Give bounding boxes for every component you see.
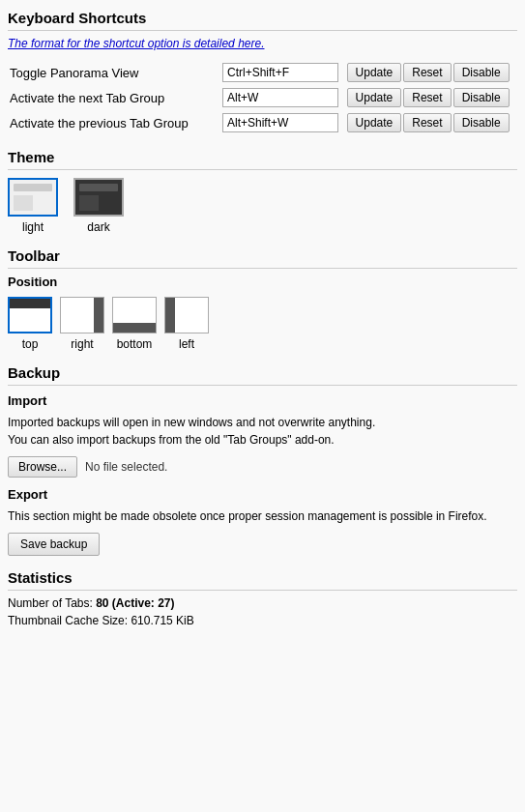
shortcut-input-next-tab[interactable] bbox=[222, 88, 338, 107]
browse-button[interactable]: Browse... bbox=[8, 456, 77, 478]
shortcut-row-panorama: Toggle Panorama View Update Reset Disabl… bbox=[8, 60, 517, 85]
disable-button-next-tab[interactable]: Disable bbox=[453, 88, 510, 107]
reset-button-next-tab[interactable]: Reset bbox=[403, 88, 451, 107]
keyboard-shortcuts-section: Keyboard Shortcuts The format for the sh… bbox=[8, 10, 517, 135]
position-name-right: right bbox=[71, 337, 93, 351]
toolbar-title: Toolbar bbox=[8, 247, 517, 269]
disable-button-panorama[interactable]: Disable bbox=[453, 63, 510, 82]
shortcut-buttons-panorama: Update Reset Disable bbox=[347, 63, 515, 82]
shortcut-input-panorama[interactable] bbox=[222, 63, 338, 82]
shortcut-note-link[interactable]: The format for the shortcut option is de… bbox=[8, 37, 517, 50]
theme-section: Theme light dark bbox=[8, 149, 517, 234]
stats-tabs-label: Number of Tabs: bbox=[8, 596, 93, 610]
save-backup-button[interactable]: Save backup bbox=[8, 533, 100, 556]
update-button-panorama[interactable]: Update bbox=[347, 63, 402, 82]
theme-label-light: light bbox=[22, 220, 44, 234]
position-preview-right[interactable] bbox=[60, 297, 104, 334]
position-option-bottom[interactable]: bottom bbox=[112, 297, 157, 351]
shortcut-buttons-next-tab: Update Reset Disable bbox=[347, 88, 515, 107]
position-preview-left[interactable] bbox=[164, 297, 209, 334]
position-name-bottom: bottom bbox=[117, 337, 153, 351]
position-preview-top[interactable] bbox=[8, 297, 52, 334]
position-option-right[interactable]: right bbox=[60, 297, 104, 351]
browse-row: Browse... No file selected. bbox=[8, 456, 517, 478]
shortcut-label-panorama: Toggle Panorama View bbox=[8, 60, 220, 85]
disable-button-prev-tab[interactable]: Disable bbox=[453, 113, 510, 132]
shortcut-buttons-prev-tab: Update Reset Disable bbox=[347, 113, 515, 132]
stats-cache-label: Thumbnail Cache Size: bbox=[8, 614, 128, 627]
shortcuts-table: Toggle Panorama View Update Reset Disabl… bbox=[8, 60, 517, 135]
import-text-line1: Imported backups will open in new window… bbox=[8, 416, 375, 429]
import-text-line2: You can also import backups from the old… bbox=[8, 433, 335, 447]
theme-option-light[interactable]: light bbox=[8, 178, 58, 234]
shortcut-row-next-tab: Activate the next Tab Group Update Reset… bbox=[8, 85, 517, 110]
import-heading: Import bbox=[8, 393, 517, 408]
backup-title: Backup bbox=[8, 364, 517, 386]
position-option-top[interactable]: top bbox=[8, 297, 52, 351]
theme-preview-dark[interactable] bbox=[73, 178, 124, 217]
position-preview-bottom[interactable] bbox=[112, 297, 157, 334]
reset-button-panorama[interactable]: Reset bbox=[403, 63, 451, 82]
export-heading: Export bbox=[8, 487, 517, 502]
import-text: Imported backups will open in new window… bbox=[8, 414, 517, 449]
position-name-top: top bbox=[22, 337, 39, 351]
position-label: Position bbox=[8, 275, 517, 289]
update-button-prev-tab[interactable]: Update bbox=[347, 113, 402, 132]
export-section: Export This section might be made obsole… bbox=[8, 487, 517, 556]
backup-section: Backup Import Imported backups will open… bbox=[8, 364, 517, 556]
export-text: This section might be made obsolete once… bbox=[8, 508, 517, 525]
stats-cache-row: Thumbnail Cache Size: 610.715 KiB bbox=[8, 614, 517, 627]
position-option-left[interactable]: left bbox=[164, 297, 209, 351]
theme-label-dark: dark bbox=[87, 220, 109, 234]
keyboard-shortcuts-title: Keyboard Shortcuts bbox=[8, 10, 517, 31]
theme-option-dark[interactable]: dark bbox=[73, 178, 124, 234]
position-options: top right bottom left bbox=[8, 297, 517, 351]
update-button-next-tab[interactable]: Update bbox=[347, 88, 402, 107]
shortcut-label-next-tab: Activate the next Tab Group bbox=[8, 85, 220, 110]
shortcut-row-prev-tab: Activate the previous Tab Group Update R… bbox=[8, 110, 517, 135]
no-file-text: No file selected. bbox=[85, 460, 167, 474]
stats-tabs-row: Number of Tabs: 80 (Active: 27) bbox=[8, 596, 517, 610]
statistics-section: Statistics Number of Tabs: 80 (Active: 2… bbox=[8, 569, 517, 627]
theme-title: Theme bbox=[8, 149, 517, 170]
shortcut-input-prev-tab[interactable] bbox=[222, 113, 338, 132]
toolbar-section: Toolbar Position top right bottom left bbox=[8, 247, 517, 351]
theme-options: light dark bbox=[8, 178, 517, 234]
theme-preview-light[interactable] bbox=[8, 178, 58, 217]
stats-cache-value: 610.715 KiB bbox=[131, 614, 193, 627]
stats-tabs-value: 80 (Active: 27) bbox=[96, 596, 174, 610]
position-name-left: left bbox=[179, 337, 194, 351]
shortcut-label-prev-tab: Activate the previous Tab Group bbox=[8, 110, 220, 135]
reset-button-prev-tab[interactable]: Reset bbox=[403, 113, 451, 132]
statistics-title: Statistics bbox=[8, 569, 517, 591]
